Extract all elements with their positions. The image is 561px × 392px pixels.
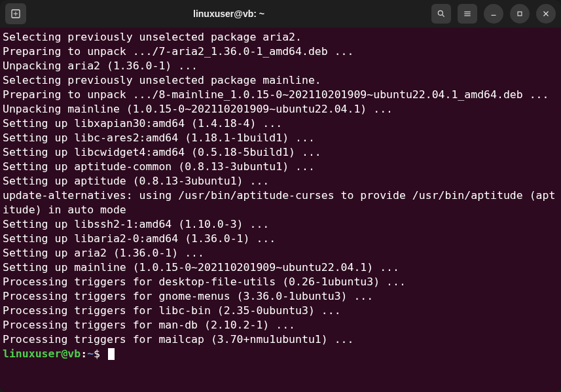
prompt-user-host: linuxuser@vb	[3, 347, 81, 360]
menu-button[interactable]	[458, 4, 477, 24]
window-title: linuxuser@vb: ~	[30, 9, 427, 19]
svg-rect-7	[518, 12, 522, 16]
minimize-button[interactable]	[484, 4, 503, 24]
svg-point-1	[438, 10, 443, 15]
search-button[interactable]	[431, 4, 451, 24]
terminal-output[interactable]: Selecting previously unselected package …	[0, 27, 561, 392]
terminal-window: linuxuser@vb: ~ Selecting previously uns…	[0, 0, 561, 392]
titlebar: linuxuser@vb: ~	[0, 0, 561, 27]
cursor	[108, 348, 115, 360]
svg-line-2	[443, 15, 444, 17]
prompt-colon: :	[81, 347, 87, 360]
output-lines: Selecting previously unselected package …	[3, 30, 558, 347]
titlebar-controls	[431, 4, 556, 24]
prompt-path: ~	[87, 347, 94, 360]
close-button[interactable]	[536, 4, 556, 24]
maximize-button[interactable]	[510, 4, 530, 24]
prompt-dollar: $	[94, 347, 100, 360]
new-tab-button[interactable]	[5, 3, 26, 24]
